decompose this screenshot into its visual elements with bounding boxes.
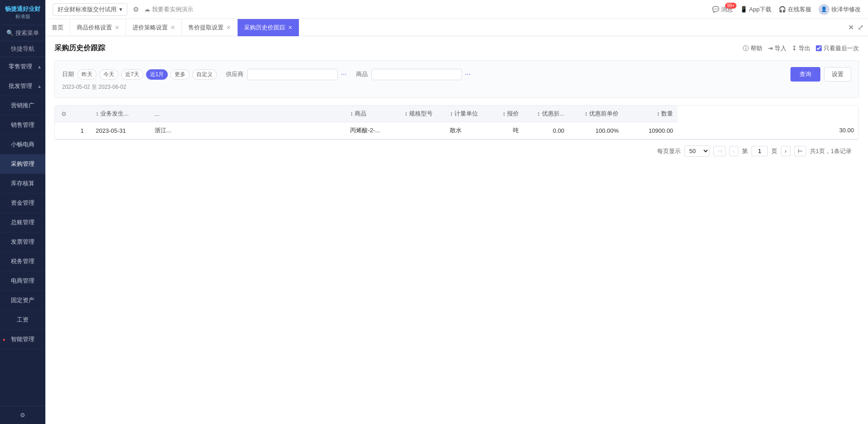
only-latest-checkbox[interactable]	[816, 45, 822, 51]
sidebar-item-sales-label: 销售管理	[4, 121, 42, 129]
sidebar-item-marketing[interactable]: 营销推广	[0, 96, 45, 116]
page-last-button[interactable]: ⊢	[794, 146, 806, 156]
headset-icon: 🎧	[779, 6, 786, 13]
table-body: 1 2023-05-31 浙江... 丙烯酸-2-...	[55, 122, 858, 139]
sidebar-item-ecommerce[interactable]: 电商管理	[0, 271, 45, 291]
message-badge: 99+	[725, 3, 736, 9]
sidebar-item-inventory[interactable]: 库存核算	[0, 174, 45, 193]
sidebar-item-wholesale[interactable]: 批发管理 ▲	[0, 77, 45, 96]
date-btn-7days[interactable]: 近7天	[121, 69, 143, 80]
date-btn-yesterday[interactable]: 昨天	[78, 69, 97, 80]
row-num-cell: 1	[73, 122, 91, 139]
date-btn-custom[interactable]: 自定义	[192, 69, 217, 80]
sidebar-item-sales[interactable]: 销售管理	[0, 116, 45, 135]
sidebar-search[interactable]: 🔍 搜索菜单	[0, 25, 45, 41]
col-header-quantity[interactable]: ↕ 数量	[623, 106, 678, 122]
tab-purchase-history[interactable]: 采购历史价跟踪 ✕	[238, 19, 299, 36]
per-page-select[interactable]: 50 100 200	[684, 145, 710, 157]
online-service-label: 在线客服	[788, 5, 811, 14]
col-product-label: 商品	[355, 110, 366, 117]
row-discount: 100.00%	[595, 127, 619, 134]
online-service-button[interactable]: 🎧 在线客服	[779, 5, 811, 14]
column-settings-icon[interactable]: ⚙	[61, 111, 67, 117]
col-header-unit[interactable]: ↕ 计量单位	[445, 106, 483, 122]
app-selector-text: 好业财标准版交付试用	[58, 5, 117, 14]
export-button[interactable]: ↧ 导出	[792, 44, 810, 53]
sidebar-item-purchase[interactable]: 采购管理	[0, 154, 45, 174]
filter-settings-button[interactable]: 设置	[824, 67, 851, 82]
sidebar-item-smart[interactable]: ● 智能管理	[0, 330, 45, 349]
sidebar-item-invoice[interactable]: 发票管理	[0, 232, 45, 252]
message-button[interactable]: 💬 消息 99+	[712, 5, 733, 14]
tab-price-settings[interactable]: 商品价格设置 ✕	[70, 19, 126, 36]
tab-maximize-icon[interactable]: ⤢	[858, 23, 863, 32]
sidebar-item-ecommerce-small[interactable]: 小畅电商	[0, 135, 45, 154]
total-info: 共1页，1条记录	[810, 147, 852, 155]
tab-sale-price[interactable]: 售价提取设置 ✕	[182, 19, 238, 36]
user-info[interactable]: 👤 徐泽华修改	[819, 4, 861, 15]
chevron-up-icon: ▲	[37, 64, 42, 69]
page-actions: ⓘ 帮助 ⇥ 导入 ↧ 导出 只看最后一次	[743, 44, 859, 53]
sidebar-item-retail[interactable]: 零售管理 ▲	[0, 57, 45, 77]
col-header-date[interactable]: ↕ 业务发生...	[91, 106, 150, 122]
col-header-product[interactable]: ↕ 商品	[346, 106, 400, 122]
per-page-label: 每页显示	[657, 147, 681, 155]
date-btn-1month[interactable]: 近1月	[146, 69, 168, 80]
tab-home[interactable]: 首页	[45, 19, 70, 36]
sidebar-item-salary[interactable]: 工资	[0, 310, 45, 330]
tab-close-all-icon[interactable]: ✕	[848, 23, 854, 32]
col-header-original-price[interactable]: ↕ 优惠前单价	[569, 106, 623, 122]
supplier-input[interactable]	[247, 69, 338, 80]
col-discount-label: 优惠折...	[542, 110, 565, 117]
page-number-input[interactable]	[751, 146, 768, 156]
col-header-discount[interactable]: ↕ 优惠折...	[523, 106, 569, 122]
main-area: 好业财标准版交付试用 ▾ ⚙ ☁ 我要看实例演示 💬 消息 99+ 📱 App下…	[45, 0, 868, 424]
product-input-wrap: ···	[371, 69, 471, 80]
product-more-icon[interactable]: ···	[465, 70, 471, 78]
page-unit: 页	[771, 147, 777, 155]
app-download-button[interactable]: 📱 App下载	[740, 5, 771, 14]
demo-text: 我要看实例演示	[152, 5, 193, 14]
page-first-button[interactable]: ⊣	[713, 146, 726, 156]
logo-subtitle: 标准版	[5, 13, 40, 20]
page-prev-button[interactable]: ‹	[729, 146, 738, 156]
supplier-more-icon[interactable]: ···	[341, 70, 346, 78]
page-label: 第	[742, 147, 748, 155]
demo-link[interactable]: ☁ 我要看实例演示	[144, 5, 193, 14]
tab-sale-price-close[interactable]: ✕	[226, 24, 231, 31]
date-btn-more[interactable]: 更多	[171, 69, 190, 80]
sidebar-settings-button[interactable]: ⚙	[0, 406, 45, 424]
import-button[interactable]: ⇥ 导入	[768, 44, 786, 53]
sidebar-item-finance[interactable]: 资金管理	[0, 193, 45, 213]
col-extra-label: ...	[155, 111, 160, 117]
only-latest-checkbox-label[interactable]: 只看最后一次	[816, 44, 859, 53]
tab-sale-price-label: 售价提取设置	[188, 24, 224, 32]
row-price-unit: 吨	[513, 127, 519, 134]
sidebar-item-fixed-assets[interactable]: 固定资产	[0, 291, 45, 310]
sidebar-item-tax[interactable]: 税务管理	[0, 252, 45, 271]
col-header-extra[interactable]: ...	[150, 106, 346, 122]
tab-purchase-history-close[interactable]: ✕	[288, 24, 293, 31]
date-filter: 日期 昨天 今天 近7天 近1月 更多 自定义	[62, 69, 217, 80]
tab-purchase-strategy-close[interactable]: ✕	[171, 24, 175, 31]
help-label: 帮助	[751, 44, 762, 53]
header-settings-icon[interactable]: ⚙	[133, 5, 139, 14]
sidebar-item-general-ledger[interactable]: 总账管理	[0, 213, 45, 232]
date-btn-today[interactable]: 今天	[99, 69, 118, 80]
query-button[interactable]: 查询	[790, 67, 820, 82]
product-input[interactable]	[371, 69, 462, 80]
help-button[interactable]: ⓘ 帮助	[743, 44, 762, 53]
table-header: ⚙ ↕ 业务发生... ... ↕	[55, 106, 858, 122]
page-title: 采购历史价跟踪	[54, 43, 105, 53]
col-header-spec[interactable]: ↕ 规格型号	[400, 106, 445, 122]
col-header-price[interactable]: ↕ 报价	[483, 106, 523, 122]
date-range-display: 2023-05-02 至 2023-06-02	[62, 83, 851, 91]
page-title-row: 采购历史价跟踪 ⓘ 帮助 ⇥ 导入 ↧ 导出	[54, 43, 859, 53]
sidebar-quick-nav[interactable]: 快捷导航	[0, 41, 45, 57]
tab-price-settings-close[interactable]: ✕	[115, 24, 119, 31]
table-row: 1 2023-05-31 浙江... 丙烯酸-2-...	[55, 122, 858, 139]
date-options: 昨天 今天 近7天 近1月 更多 自定义	[78, 69, 217, 80]
app-selector[interactable]: 好业财标准版交付试用 ▾	[53, 3, 127, 16]
tab-purchase-strategy[interactable]: 进价策略设置 ✕	[126, 19, 182, 36]
page-next-button[interactable]: ›	[781, 146, 790, 156]
